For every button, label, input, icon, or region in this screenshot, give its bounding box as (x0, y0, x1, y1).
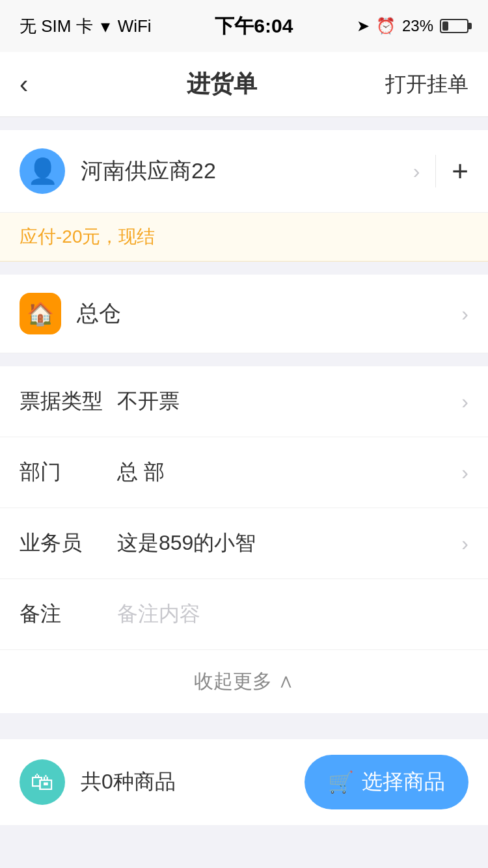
collapse-button[interactable]: 收起更多 ∧ (0, 649, 488, 713)
shopping-bag-icon: 🛍 (31, 768, 54, 796)
salesman-row[interactable]: 业务员 这是859的小智 › (0, 508, 488, 579)
chevron-right-icon: › (461, 302, 468, 326)
alarm-icon: ⏰ (376, 17, 396, 35)
section-gap-1 (0, 117, 488, 130)
page-background (0, 825, 488, 868)
wifi-icon: ▾ (101, 16, 110, 37)
supplier-section: 👤 河南供应商22 › + 应付-20元，现结 (0, 130, 488, 262)
open-pending-button[interactable]: 打开挂单 (385, 70, 468, 99)
department-row[interactable]: 部门 总 部 › (0, 437, 488, 508)
avatar-icon: 👤 (27, 157, 58, 185)
supplier-row[interactable]: 👤 河南供应商22 › + (0, 130, 488, 213)
nav-bar: ‹ 进货单 打开挂单 (0, 52, 488, 117)
chevron-right-icon: › (461, 532, 468, 556)
select-product-label: 选择商品 (362, 768, 445, 796)
status-right: ➤ ⏰ 23% (357, 17, 468, 35)
status-bar: 无 SIM 卡 ▾ WiFi 下午6:04 ➤ ⏰ 23% (0, 0, 488, 52)
carrier-text: 无 SIM 卡 (20, 15, 93, 38)
ticket-type-label: 票据类型 (20, 387, 104, 416)
department-value: 总 部 (104, 458, 461, 487)
product-count: 共0种商品 (81, 768, 289, 796)
salesman-value: 这是859的小智 (104, 529, 461, 558)
remark-input[interactable]: 备注内容 (104, 600, 468, 629)
section-gap-3 (0, 353, 488, 366)
add-button[interactable]: + (452, 157, 468, 185)
section-gap-2 (0, 262, 488, 275)
bottom-section: 🛍 共0种商品 🛒 选择商品 (0, 739, 488, 825)
battery-icon (440, 19, 468, 33)
page-title: 进货单 (187, 68, 257, 100)
status-left: 无 SIM 卡 ▾ WiFi (20, 15, 152, 38)
avatar: 👤 (20, 148, 65, 194)
salesman-label: 业务员 (20, 529, 104, 558)
home-icon: 🏠 (27, 301, 54, 327)
status-time: 下午6:04 (215, 13, 293, 40)
warehouse-row[interactable]: 🏠 总仓 › (0, 275, 488, 353)
ticket-type-value: 不开票 (104, 387, 461, 416)
remark-row[interactable]: 备注 备注内容 (0, 579, 488, 649)
warehouse-section: 🏠 总仓 › (0, 275, 488, 353)
form-section: 票据类型 不开票 › 部门 总 部 › 业务员 这是859的小智 › 备注 备注… (0, 366, 488, 649)
vertical-divider (435, 155, 436, 187)
wifi-signal: WiFi (118, 16, 152, 36)
warehouse-icon: 🏠 (20, 293, 61, 334)
location-icon: ➤ (357, 17, 370, 35)
select-product-icon: 🛒 (328, 770, 354, 794)
chevron-right-icon: › (413, 159, 420, 183)
department-label: 部门 (20, 458, 104, 487)
back-button[interactable]: ‹ (20, 70, 59, 99)
product-icon-wrap: 🛍 (20, 759, 65, 805)
notice-banner: 应付-20元，现结 (0, 213, 488, 262)
supplier-name: 河南供应商22 (81, 156, 413, 186)
select-product-button[interactable]: 🛒 选择商品 (305, 755, 468, 809)
battery-percentage: 23% (402, 17, 433, 35)
warehouse-name: 总仓 (77, 299, 461, 329)
chevron-right-icon: › (461, 461, 468, 485)
ticket-type-row[interactable]: 票据类型 不开票 › (0, 366, 488, 437)
section-gap-4 (0, 713, 488, 726)
chevron-right-icon: › (461, 390, 468, 414)
remark-label: 备注 (20, 600, 104, 629)
